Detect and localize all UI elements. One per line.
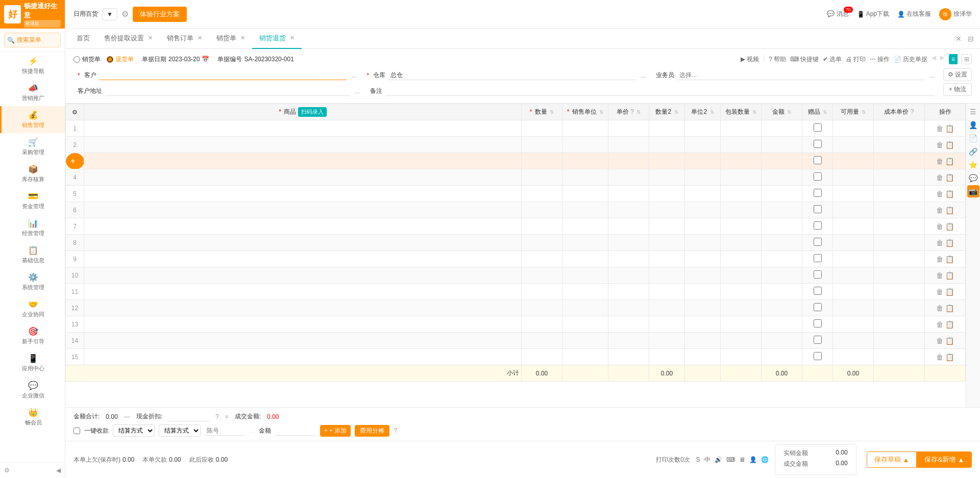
product-input-2[interactable]	[86, 141, 519, 148]
product-input-1[interactable]	[86, 125, 519, 132]
unit-price-help-icon[interactable]: ?	[630, 108, 634, 115]
discount-help-icon[interactable]: ?	[215, 413, 219, 420]
delete-row-5[interactable]: 🗑	[936, 190, 943, 198]
sidebar-item-sales[interactable]: 💰 销售管理	[0, 106, 65, 133]
tab-price-setting[interactable]: 售价提取设置 ✕	[97, 29, 160, 49]
sidebar-item-wechat[interactable]: 💬 企业微信	[0, 376, 65, 404]
delete-row-13[interactable]: 🗑	[936, 320, 943, 329]
copy-row-7[interactable]: 📋	[945, 222, 954, 231]
copy-row-5[interactable]: 📋	[945, 190, 954, 198]
cost-input-1[interactable]	[876, 125, 922, 132]
add-row-button[interactable]: +	[68, 156, 78, 166]
warehouse-input[interactable]	[388, 70, 635, 80]
cost-price-help-icon[interactable]: ?	[911, 108, 914, 115]
copy-row-9[interactable]: 📋	[945, 255, 954, 263]
gift-checkbox-9[interactable]	[814, 254, 822, 262]
gift-checkbox-13[interactable]	[814, 319, 822, 328]
gift-checkbox-1[interactable]	[814, 123, 822, 132]
save-new-dropdown-icon[interactable]: ▲	[958, 456, 964, 464]
collapse-icon[interactable]: ◀	[56, 467, 61, 474]
select-order-button[interactable]: ✔ 选单	[823, 54, 842, 64]
copy-row-4[interactable]: 📋	[945, 173, 954, 182]
tool-icon-6[interactable]: 👤	[749, 456, 757, 463]
view-toggle-detail[interactable]: ⊞	[962, 54, 972, 64]
pkg-input-1[interactable]	[723, 125, 759, 132]
tool-icon-4[interactable]: ⌨	[726, 456, 735, 463]
discount-input[interactable]	[168, 412, 209, 421]
sidebar-item-basic[interactable]: 📋 基础信息	[0, 241, 65, 268]
tab-close-price-setting[interactable]: ✕	[148, 35, 153, 41]
qty-input-1[interactable]	[524, 125, 560, 132]
tool-icon-7[interactable]: 🌐	[761, 456, 769, 463]
product-input-3[interactable]	[86, 158, 519, 165]
remark-input[interactable]	[385, 86, 935, 96]
copy-row-10[interactable]: 📋	[945, 271, 954, 280]
split-help-icon[interactable]: ?	[394, 427, 397, 434]
warehouse-select-button[interactable]: ...	[641, 72, 646, 79]
radio-sales-delivery[interactable]: 销货单	[74, 55, 101, 64]
calculation-method-select[interactable]: 结算方式	[159, 424, 201, 437]
account-no-input[interactable]	[205, 426, 246, 436]
trial-button[interactable]: 体验行业方案	[133, 7, 187, 22]
gift-checkbox-7[interactable]	[814, 221, 822, 230]
delete-row-2[interactable]: 🗑	[936, 141, 943, 149]
gift-checkbox-15[interactable]	[814, 352, 822, 360]
one-click-pay-checkbox[interactable]	[74, 427, 80, 434]
sidebar-item-apps[interactable]: 📱 应用中心	[0, 349, 65, 376]
scan-input-button[interactable]: 扫码录入	[298, 107, 327, 117]
price-input-1[interactable]	[610, 125, 647, 132]
tab-close-sales-return[interactable]: ✕	[290, 35, 295, 41]
tab-sales-return[interactable]: 销货退货 ✕	[252, 29, 302, 49]
delete-row-6[interactable]: 🗑	[936, 206, 943, 214]
payment-amount-input[interactable]	[275, 426, 316, 436]
amount-sort[interactable]: ⇅	[787, 109, 791, 115]
tab-close-sales-order[interactable]: ✕	[198, 35, 202, 41]
delete-row-14[interactable]: 🗑	[936, 337, 943, 345]
copy-row-8[interactable]: 📋	[945, 239, 954, 247]
right-btn-2[interactable]: 👤	[967, 119, 979, 131]
gift-checkbox-14[interactable]	[814, 336, 822, 344]
copy-row-1[interactable]: 📋	[945, 124, 954, 133]
unit-input-1[interactable]	[565, 125, 606, 132]
package-sort[interactable]: ⇅	[752, 109, 756, 115]
gift-checkbox-5[interactable]	[814, 189, 822, 197]
calendar-icon[interactable]: 📅	[202, 56, 209, 63]
delete-row-3[interactable]: 🗑	[936, 157, 943, 165]
search-menu-button[interactable]: 🔍 搜索菜单	[4, 33, 61, 47]
address-input[interactable]	[105, 86, 350, 96]
operations-button[interactable]: ⋯ 操作	[870, 54, 890, 64]
settings-side-button[interactable]: ⚙ 设置	[943, 68, 972, 81]
cost-split-button[interactable]: 费用分摊	[355, 425, 389, 437]
amount-input-1[interactable]	[764, 125, 800, 132]
tab-sales-order[interactable]: 销售订单 ✕	[160, 29, 209, 49]
user-menu[interactable]: 徐 徐泽华	[939, 8, 972, 20]
radio-input-sales-delivery[interactable]	[74, 56, 80, 63]
sidebar-item-finance[interactable]: 💳 资金管理	[0, 187, 65, 214]
draft-dropdown-icon[interactable]: ▲	[903, 456, 910, 464]
right-btn-4[interactable]: 🔗	[967, 145, 979, 158]
available-sort[interactable]: ⇅	[862, 109, 866, 115]
tool-icon-2[interactable]: 中	[704, 456, 710, 464]
gift-checkbox-10[interactable]	[814, 270, 822, 279]
address-select-button[interactable]: ...	[355, 88, 360, 95]
settings-icon[interactable]: ⚙	[4, 467, 10, 474]
save-draft-button[interactable]: 保存草稿 ▲	[867, 451, 917, 468]
sidebar-item-enterprise[interactable]: 🤝 企业协同	[0, 295, 65, 322]
salesman-input[interactable]	[677, 70, 925, 80]
unit2-sort[interactable]: ⇅	[710, 109, 714, 115]
customer-input[interactable]	[100, 70, 347, 80]
copy-row-13[interactable]: 📋	[945, 320, 954, 329]
tool-icon-5[interactable]: 🖥	[739, 456, 745, 463]
sidebar-item-member[interactable]: 👑 畅会员	[0, 404, 65, 431]
avail-input-1[interactable]	[835, 125, 871, 132]
right-btn-3[interactable]: 📄	[967, 132, 979, 144]
tool-icon-3[interactable]: 🔊	[715, 456, 722, 463]
gift-checkbox-6[interactable]	[814, 205, 822, 213]
delete-row-1[interactable]: 🗑	[936, 124, 943, 133]
sidebar-item-marketing[interactable]: 📣 营销推广	[0, 79, 65, 106]
header-gear-button[interactable]: ⚙	[121, 9, 129, 19]
online-service-link[interactable]: 👤 在线客服	[897, 10, 931, 18]
sidebar-item-inventory[interactable]: 📦 库存核算	[0, 160, 65, 187]
gift-sort[interactable]: ⇅	[823, 109, 827, 115]
th-setting[interactable]: ⚙	[66, 104, 84, 120]
